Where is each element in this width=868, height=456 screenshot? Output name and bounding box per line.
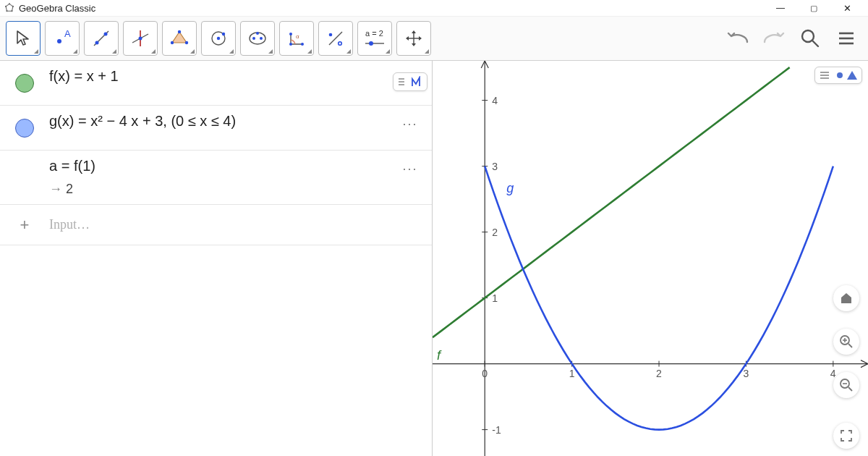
search-button[interactable]	[794, 22, 826, 54]
visibility-marble[interactable]	[15, 119, 34, 138]
tool-move-view[interactable]	[396, 21, 431, 56]
algebra-item[interactable]: g(x) = x² − 4 x + 3, (0 ≤ x ≤ 4)	[0, 106, 432, 151]
result-value: 2	[66, 182, 73, 196]
svg-point-13	[178, 30, 181, 33]
svg-text:3: 3	[492, 161, 498, 172]
svg-point-15	[171, 41, 174, 44]
zoom-in-button[interactable]	[833, 329, 859, 355]
list-icon	[820, 70, 833, 80]
svg-point-24	[289, 33, 292, 35]
svg-point-0	[9, 3, 10, 4]
tool-slider[interactable]: a = 2	[357, 21, 392, 56]
tool-line[interactable]	[84, 21, 119, 56]
svg-text:2: 2	[656, 368, 662, 379]
svg-line-75	[848, 387, 852, 391]
svg-text:1: 1	[492, 292, 498, 304]
svg-point-18	[222, 33, 225, 35]
window-title: GeoGebra Classic	[19, 3, 95, 14]
style-bar[interactable]	[814, 67, 862, 84]
title-bar: GeoGebra Classic	[0, 0, 868, 16]
svg-text:3: 3	[743, 368, 749, 379]
svg-point-22	[256, 32, 259, 35]
svg-text:f: f	[437, 348, 442, 363]
minimize-button[interactable]	[764, 0, 797, 16]
menu-button[interactable]	[830, 22, 862, 54]
svg-point-20	[252, 37, 255, 40]
svg-point-5	[57, 39, 61, 43]
svg-text:4: 4	[492, 95, 498, 106]
shape-style-icon	[847, 71, 857, 80]
svg-point-12	[139, 37, 142, 41]
svg-point-17	[217, 37, 220, 40]
svg-text:A: A	[64, 28, 71, 39]
visibility-marble[interactable]	[15, 74, 34, 93]
plot-canvas[interactable]: 01234-11234fg	[433, 61, 868, 456]
svg-point-1	[12, 6, 14, 7]
tool-move[interactable]	[6, 21, 41, 56]
add-input-icon[interactable]: +	[0, 216, 49, 235]
svg-point-8	[95, 41, 99, 45]
svg-point-3	[6, 10, 7, 12]
svg-point-2	[11, 10, 12, 12]
redo-button[interactable]	[758, 22, 790, 54]
algebra-input-row: +	[0, 205, 432, 245]
app-logo-icon	[4, 3, 14, 13]
svg-point-9	[104, 33, 108, 36]
svg-point-21	[260, 37, 263, 40]
sort-objects-button[interactable]	[393, 72, 427, 91]
tool-perpendicular[interactable]	[123, 21, 158, 56]
expression-text: f(x) = x + 1	[49, 68, 394, 85]
tool-circle[interactable]	[201, 21, 236, 56]
result-arrow-icon: →	[49, 182, 66, 196]
svg-line-71	[848, 344, 852, 347]
algebra-item[interactable]: a = f(1) → 2	[0, 151, 432, 205]
graphics-view[interactable]: 01234-11234fg	[433, 61, 868, 456]
undo-button[interactable]	[722, 22, 754, 54]
svg-text:-1: -1	[492, 424, 501, 436]
svg-line-36	[812, 41, 818, 46]
expression-text: g(x) = x² − 4 x + 3, (0 ≤ x ≤ 4)	[49, 113, 394, 130]
svg-point-23	[289, 43, 292, 46]
svg-text:1: 1	[569, 368, 575, 379]
zoom-out-button[interactable]	[833, 372, 859, 398]
more-options-icon[interactable]	[409, 162, 412, 177]
point-style-icon	[837, 72, 843, 78]
svg-text:0: 0	[482, 368, 488, 379]
algebra-view: f(x) = x + 1 g(x) = x² − 4 x + 3, (0 ≤ x…	[0, 61, 433, 456]
tool-point[interactable]: A	[45, 21, 80, 56]
svg-point-32	[369, 41, 373, 46]
toolbar: A α a = 2	[0, 16, 868, 61]
algebra-item[interactable]: f(x) = x + 1	[0, 61, 432, 106]
expression-text: a = f(1)	[49, 158, 394, 174]
svg-point-4	[5, 6, 7, 7]
fullscreen-button[interactable]	[833, 423, 859, 449]
svg-text:α: α	[296, 33, 299, 40]
svg-text:a = 2: a = 2	[365, 29, 383, 38]
close-button[interactable]	[830, 0, 864, 16]
tool-polygon[interactable]	[162, 21, 197, 56]
maximize-button[interactable]	[797, 0, 830, 16]
tool-ellipse[interactable]	[240, 21, 275, 56]
svg-point-29	[339, 42, 342, 46]
svg-text:g: g	[506, 181, 514, 195]
more-options-icon[interactable]	[409, 117, 412, 132]
svg-point-14	[185, 41, 188, 44]
svg-text:2: 2	[492, 227, 498, 238]
algebra-input[interactable]	[49, 217, 432, 232]
svg-point-28	[329, 33, 333, 37]
svg-point-25	[301, 43, 304, 46]
tool-reflect[interactable]	[318, 21, 353, 56]
tool-angle[interactable]: α	[279, 21, 314, 56]
home-view-button[interactable]	[833, 285, 859, 311]
